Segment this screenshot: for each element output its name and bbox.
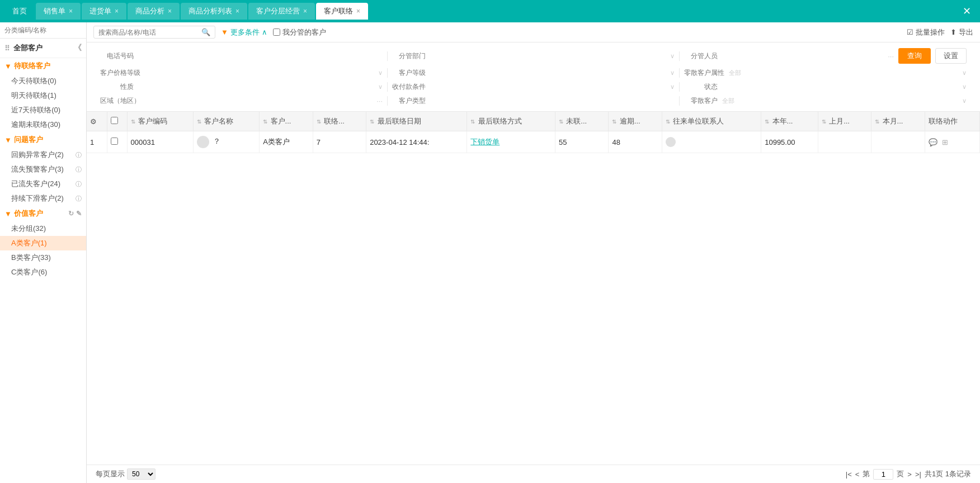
row-checkbox[interactable] (111, 138, 118, 145)
td-index: 1 (87, 131, 107, 153)
sort-overdue-icon[interactable]: ⇅ (612, 119, 616, 125)
dept-select[interactable]: ∨ (430, 53, 675, 60)
section-problem-customers[interactable]: ▼ 问题客户 (0, 132, 86, 148)
filter-manager: 分管人员 ··· 查询 设置 (680, 48, 971, 64)
section-pending-contact[interactable]: ▼ 待联络客户 (0, 58, 86, 74)
sidebar-item-declining[interactable]: 持续下滑客户(2) ⓘ (0, 191, 86, 206)
last-page-btn[interactable]: >| (915, 470, 921, 479)
row-no-contact: 55 (559, 138, 567, 146)
close-analysis-list-icon[interactable]: × (235, 7, 239, 15)
prev-page-btn[interactable]: < (855, 470, 860, 479)
th-overdue-label: 逾期... (620, 117, 640, 125)
status-select[interactable]: ∨ (722, 83, 967, 91)
close-purchase-icon[interactable]: × (115, 7, 119, 15)
nav-tab-home[interactable]: 首页 (4, 3, 35, 20)
sidebar-item-unclassified[interactable]: 未分组(32) (0, 221, 86, 236)
sort-contact-icon[interactable]: ⇅ (317, 119, 321, 125)
collapse-icon[interactable]: 《 (74, 43, 82, 53)
page-input[interactable] (873, 469, 893, 480)
manager-input[interactable] (722, 52, 883, 60)
phone-input[interactable] (138, 52, 383, 60)
row-overdue: 48 (612, 138, 620, 146)
settings-button[interactable]: 设置 (935, 48, 967, 64)
payment-select[interactable]: ∨ (430, 83, 675, 91)
batch-op-btn[interactable]: ☑ 批量操作 (907, 27, 945, 37)
export-btn[interactable]: ⬆ 导出 (950, 27, 973, 37)
sort-thismonth-icon[interactable]: ⇅ (875, 119, 879, 125)
row-last-method[interactable]: 下销货单 (470, 138, 500, 146)
nav-tab-customer-tier[interactable]: 客户分层经营 × (248, 3, 315, 20)
close-customer-tier-icon[interactable]: × (303, 7, 307, 15)
nav-tab-analysis[interactable]: 商品分析 × (128, 3, 180, 20)
select-all-checkbox[interactable] (111, 117, 118, 124)
th-type-label: 客户... (271, 117, 291, 125)
filter-btn[interactable]: ▼ 更多条件 ∧ (221, 27, 267, 37)
sidebar-item-churned[interactable]: 已流失客户(24) ⓘ (0, 177, 86, 191)
bottom-bar: 每页显示 50 100 200 |< < 第 页 > >| 共1页 1条记录 (87, 465, 980, 483)
filter-price-level: 客户价格等级 ∨ (96, 68, 388, 78)
my-customers-checkbox[interactable] (273, 29, 280, 36)
close-analysis-icon[interactable]: × (168, 7, 172, 15)
sidebar-search-input[interactable] (4, 26, 87, 34)
dots-icon: ⠿ (4, 44, 10, 53)
nav-tab-sales[interactable]: 销售单 × (36, 3, 81, 20)
7days-label: 近7天待联络(0) (11, 105, 60, 115)
sidebar-item-tomorrow[interactable]: 明天待联络(1) (0, 88, 86, 103)
query-button[interactable]: 查询 (898, 48, 931, 64)
close-all-button[interactable]: ✕ (958, 5, 976, 17)
sidebar-item-abnormal[interactable]: 回购异常客户(2) ⓘ (0, 148, 86, 162)
th-nocontact-label: 未联... (566, 117, 587, 125)
nature-select[interactable]: ∨ (138, 83, 383, 91)
close-customer-contact-icon[interactable]: × (356, 7, 360, 15)
region-dots[interactable]: ··· (376, 97, 383, 105)
section-problem-label: 问题客户 (14, 135, 43, 145)
sort-nocontact-icon[interactable]: ⇅ (559, 119, 563, 125)
scattered-attr-select[interactable]: 全部∨ (729, 69, 967, 77)
th-contact-label: 联络... (324, 117, 345, 125)
search-input[interactable] (98, 29, 199, 36)
sidebar-item-today[interactable]: 今天待联络(0) (0, 74, 86, 88)
sort-type-icon[interactable]: ⇅ (263, 119, 267, 125)
customer-type-input[interactable] (430, 97, 675, 105)
sort-contacts-icon[interactable]: ⇅ (666, 119, 670, 125)
edit-icon[interactable]: ✎ (76, 210, 82, 217)
filter-status: 状态 ∨ (680, 82, 971, 92)
sort-name-icon[interactable]: ⇅ (197, 119, 201, 125)
sort-lastmonth-icon[interactable]: ⇅ (822, 119, 826, 125)
sort-date-icon[interactable]: ⇅ (370, 119, 374, 125)
nature-label: 性质 (100, 82, 134, 92)
sidebar-item-class-a[interactable]: A类客户(1) (0, 236, 86, 250)
section-value-customers[interactable]: ▼ 价值客户 ↻ ✎ (0, 206, 86, 221)
first-page-btn[interactable]: |< (846, 470, 852, 479)
sort-method-icon[interactable]: ⇅ (470, 119, 475, 125)
per-page-select[interactable]: 50 100 200 (127, 468, 156, 480)
refresh-icon[interactable]: ↻ (68, 210, 74, 217)
sidebar-item-class-b[interactable]: B类客户(33) (0, 250, 86, 265)
sidebar-item-churn-warning[interactable]: 流失预警客户(3) ⓘ (0, 162, 86, 177)
th-settings[interactable]: ⚙ (87, 112, 107, 131)
contacts-avatar (666, 137, 676, 147)
grid-icon[interactable]: ⊞ (942, 138, 948, 146)
price-level-select[interactable]: ∨ (145, 69, 383, 77)
close-sales-icon[interactable]: × (69, 7, 73, 15)
payment-label: 收付款条件 (392, 82, 426, 92)
next-page-btn[interactable]: > (907, 470, 912, 479)
manager-dots[interactable]: ··· (888, 52, 894, 60)
sidebar-all-customers[interactable]: ⠿ 全部客户 《 (0, 39, 86, 58)
chat-icon[interactable]: 💬 (929, 138, 937, 146)
sidebar-item-class-c[interactable]: C类客户(6) (0, 265, 86, 280)
sort-year-icon[interactable]: ⇅ (765, 119, 769, 125)
nav-tab-customer-contact[interactable]: 客户联络 × (316, 3, 368, 20)
nav-tab-analysis-list[interactable]: 商品分析列表 × (181, 3, 247, 20)
sidebar-item-7days[interactable]: 近7天待联络(0) (0, 103, 86, 117)
scattered-select[interactable]: 全部∨ (722, 97, 967, 105)
region-input[interactable] (145, 97, 372, 105)
export-icon: ⬆ (950, 28, 957, 36)
filter-scattered-attr: 零散客户属性 全部∨ (680, 68, 971, 78)
nav-tab-purchase[interactable]: 进货单 × (82, 3, 126, 20)
row-code: 000031 (131, 138, 155, 146)
sort-code-icon[interactable]: ⇅ (131, 119, 135, 125)
customer-level-select[interactable]: ∨ (430, 69, 675, 77)
sidebar-item-overdue[interactable]: 逾期未联络(30) (0, 117, 86, 132)
settings-icon[interactable]: ⚙ (90, 117, 97, 126)
